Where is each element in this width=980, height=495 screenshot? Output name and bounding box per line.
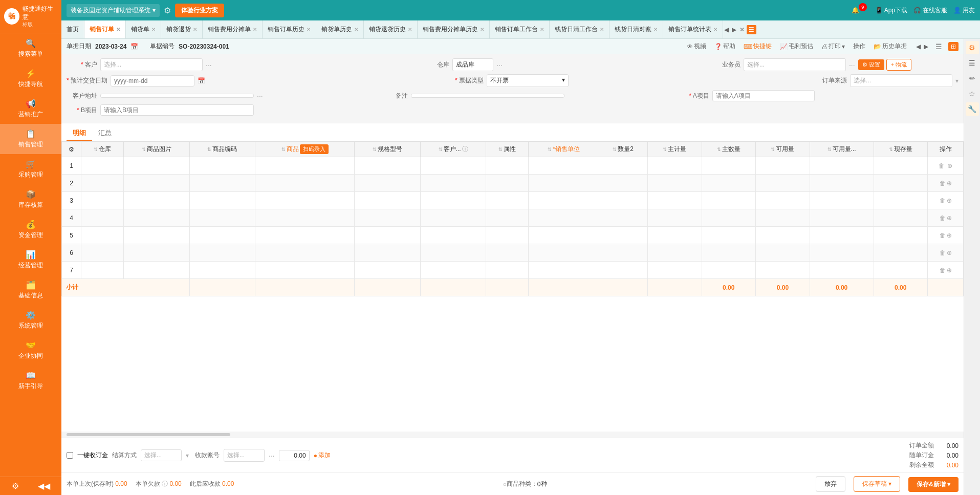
row-7-avail[interactable] (756, 262, 810, 279)
sidebar-item-basic[interactable]: 🗂️ 基础信息 (0, 275, 61, 305)
salesperson-input[interactable]: 选择... (744, 58, 846, 71)
row-3-unit[interactable] (528, 192, 599, 209)
tab-sales-goods[interactable]: 销货单 ✕ (126, 20, 161, 39)
add-goods-btn[interactable]: + 物流 (886, 59, 911, 71)
delete-icon[interactable]: 🗑 (940, 180, 946, 187)
row-2-mqty[interactable] (702, 175, 756, 192)
tab-sales-return[interactable]: 销货退货 ✕ (161, 20, 203, 39)
row-5-unit[interactable] (528, 227, 599, 244)
salesperson-more-btn[interactable]: ··· (849, 61, 855, 69)
row-4-spec[interactable] (355, 209, 421, 227)
th-stock[interactable]: ⇅现存量 (874, 142, 928, 157)
tab-close-icon[interactable]: ✕ (713, 27, 717, 32)
th-customer-code[interactable]: ⇅客户...ⓘ (420, 142, 486, 157)
tab-return-history[interactable]: 销货退货历史 ✕ (364, 20, 418, 39)
sidebar-item-marketing[interactable]: 📢 营销推广 (0, 94, 61, 124)
row-5-image[interactable] (123, 227, 189, 244)
row-2-ccode[interactable] (420, 175, 486, 192)
copy-icon[interactable]: ⊕ (947, 180, 952, 187)
row-6-prop[interactable] (486, 244, 529, 262)
row-6-munit[interactable] (647, 244, 702, 262)
discard-button[interactable]: 放弃 (816, 476, 845, 492)
row-3-avail2[interactable] (810, 192, 874, 209)
add-payment-btn[interactable]: ● 添加 (314, 451, 331, 460)
delete-icon[interactable]: 🗑 (940, 267, 946, 274)
row-1-goods[interactable] (255, 157, 355, 175)
amount-input[interactable]: 0.00 (279, 450, 310, 461)
collapse-icon[interactable]: ◀◀ (38, 481, 50, 491)
tab-close-icon[interactable]: ✕ (408, 27, 412, 32)
row-5-avail2[interactable] (810, 227, 874, 244)
header-settings-icon[interactable]: ⚙ (164, 6, 171, 15)
customer-more-btn[interactable]: ··· (206, 61, 212, 69)
row-1-qty2[interactable] (599, 157, 647, 175)
row-1-spec[interactable] (355, 157, 421, 175)
scan-button[interactable]: 扫码录入 (300, 144, 329, 154)
row-4-image[interactable] (123, 209, 189, 227)
app-download-button[interactable]: 📱 App下载 (875, 6, 907, 15)
row-3-stock[interactable] (874, 192, 928, 209)
row-2-code[interactable] (189, 175, 255, 192)
row-3-munit[interactable] (647, 192, 702, 209)
delete-icon[interactable]: 🗑 (940, 249, 946, 256)
row-6-qty2[interactable] (599, 244, 647, 262)
calendar-icon[interactable]: 📅 (130, 43, 138, 50)
row-5-goods[interactable] (255, 227, 355, 244)
account-more-btn[interactable]: ··· (269, 451, 275, 460)
row-6-ccode[interactable] (420, 244, 486, 262)
sidebar-item-shortcut[interactable]: ⚡ 快捷导航 (0, 63, 61, 94)
b-project-input[interactable] (100, 104, 254, 116)
row-4-warehouse[interactable] (81, 209, 124, 227)
row-2-image[interactable] (123, 175, 189, 192)
tab-close-all-button[interactable]: ✕ (738, 26, 746, 33)
row-7-ccode[interactable] (420, 262, 486, 279)
row-1-code[interactable] (189, 157, 255, 175)
th-main-unit[interactable]: ⇅主计量 (647, 142, 702, 157)
sidebar-item-inventory[interactable]: 📦 库存核算 (0, 184, 61, 214)
warehouse-more-btn[interactable]: ··· (496, 61, 503, 69)
row-4-mqty[interactable] (702, 209, 756, 227)
sidebar-item-system[interactable]: ⚙️ 系统管理 (0, 305, 61, 335)
tab-sales-order-history[interactable]: 销售订单历史 ✕ (263, 20, 316, 39)
row-2-munit[interactable] (647, 175, 702, 192)
operations-btn[interactable]: 操作 (851, 41, 867, 52)
next-record-btn[interactable]: ▶ (923, 43, 929, 50)
row-2-warehouse[interactable] (81, 175, 124, 192)
tab-close-icon[interactable]: ✕ (600, 27, 604, 32)
row-7-code[interactable] (189, 262, 255, 279)
address-input[interactable] (100, 94, 254, 98)
row-4-munit[interactable] (647, 209, 702, 227)
tab-daily-reconcile[interactable]: 钱货日清对账 ✕ (609, 20, 663, 39)
row-3-spec[interactable] (355, 192, 421, 209)
tab-sales-expense[interactable]: 销售费用分摊单 ✕ (203, 20, 263, 39)
th-code[interactable]: ⇅商品编码 (189, 142, 255, 157)
row-2-avail[interactable] (756, 175, 810, 192)
tab-close-icon[interactable]: ✕ (480, 27, 484, 32)
row-7-image[interactable] (123, 262, 189, 279)
date-value[interactable]: 2023-03-24 (95, 43, 126, 50)
settings-bottom-icon[interactable]: ⚙ (12, 481, 19, 491)
row-1-customer-code[interactable] (420, 157, 486, 175)
row-6-warehouse[interactable] (81, 244, 124, 262)
row-6-unit[interactable] (528, 244, 599, 262)
copy-icon[interactable]: ⊕ (947, 162, 952, 169)
row-4-prop[interactable] (486, 209, 529, 227)
card-view-btn[interactable]: ⊞ (948, 42, 959, 51)
row-7-mqty[interactable] (702, 262, 756, 279)
row-5-spec[interactable] (355, 227, 421, 244)
customer-input[interactable]: 选择... (100, 58, 203, 71)
row-1-unit[interactable] (528, 157, 599, 175)
row-7-stock[interactable] (874, 262, 928, 279)
sidebar-item-finance[interactable]: 💰 资金管理 (0, 214, 61, 245)
copy-icon[interactable]: ⊕ (947, 249, 952, 256)
row-7-unit[interactable] (528, 262, 599, 279)
copy-icon[interactable]: ⊕ (947, 232, 952, 239)
row-6-goods[interactable] (255, 244, 355, 262)
th-available2[interactable]: ⇅可用量... (810, 142, 874, 157)
row-4-avail2[interactable] (810, 209, 874, 227)
row-4-stock[interactable] (874, 209, 928, 227)
copy-icon[interactable]: ⊕ (947, 214, 952, 222)
row-6-mqty[interactable] (702, 244, 756, 262)
invoice-select[interactable]: 不开票 ▾ (487, 74, 569, 87)
copy-icon[interactable]: ⊕ (947, 267, 952, 274)
